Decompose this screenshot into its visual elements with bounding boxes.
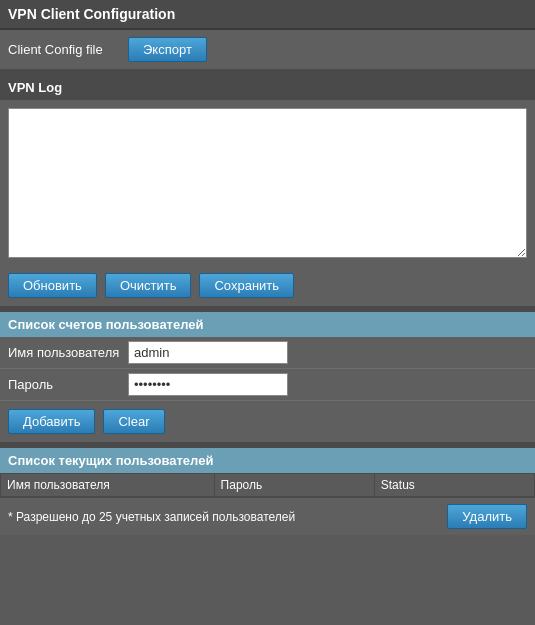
password-input[interactable] <box>128 373 288 396</box>
username-row: Имя пользователя <box>0 337 535 369</box>
user-accounts-section: Список счетов пользователей Имя пользова… <box>0 312 535 442</box>
add-user-button[interactable]: Добавить <box>8 409 95 434</box>
vpn-log-title: VPN Log <box>0 75 535 100</box>
col-status-header: Status <box>374 474 534 497</box>
col-username-header: Имя пользователя <box>1 474 215 497</box>
vpn-config-section: VPN Client Configuration Client Config f… <box>0 0 535 69</box>
table-header-row: Имя пользователя Пароль Status <box>1 474 535 497</box>
user-accounts-title: Список счетов пользователей <box>0 312 535 337</box>
password-label: Пароль <box>8 377 128 392</box>
username-input[interactable] <box>128 341 288 364</box>
save-button[interactable]: Сохранить <box>199 273 294 298</box>
password-row: Пароль <box>0 369 535 401</box>
username-label: Имя пользователя <box>8 345 128 360</box>
current-users-section: Список текущих пользователей Имя пользов… <box>0 448 535 535</box>
log-buttons-row: Обновить Очистить Сохранить <box>8 273 527 298</box>
refresh-button[interactable]: Обновить <box>8 273 97 298</box>
config-file-label: Client Config file <box>8 42 118 57</box>
users-table: Имя пользователя Пароль Status <box>0 473 535 497</box>
clear-log-button[interactable]: Очистить <box>105 273 192 298</box>
vpn-config-title: VPN Client Configuration <box>0 0 535 30</box>
vpn-log-textarea[interactable] <box>8 108 527 258</box>
col-password-header: Пароль <box>214 474 374 497</box>
export-button[interactable]: Экспорт <box>128 37 207 62</box>
clear-user-button[interactable]: Clear <box>103 409 164 434</box>
footer-row: * Разрешено до 25 учетных записей пользо… <box>0 497 535 535</box>
delete-button[interactable]: Удалить <box>447 504 527 529</box>
current-users-title: Список текущих пользователей <box>0 448 535 473</box>
vpn-log-section: VPN Log Обновить Очистить Сохранить <box>0 75 535 306</box>
add-buttons-row: Добавить Clear <box>0 401 535 442</box>
footer-note: * Разрешено до 25 учетных записей пользо… <box>8 510 295 524</box>
